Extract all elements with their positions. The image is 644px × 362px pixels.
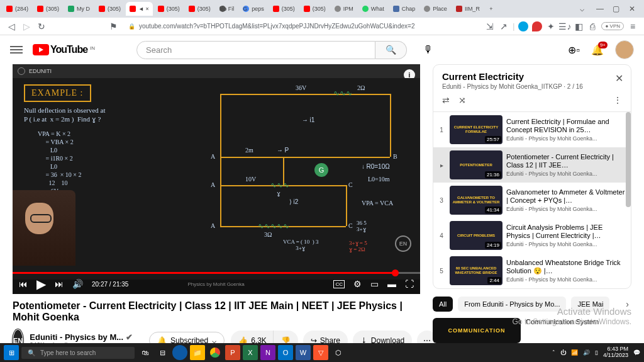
browser-tab[interactable]: (305)	[300, 2, 330, 16]
settings-button[interactable]: ⚙	[353, 279, 362, 289]
menu-button[interactable]: ≡	[628, 21, 638, 31]
browser-tab[interactable]: (284)	[3, 2, 32, 16]
explorer-icon[interactable]: 📁	[190, 345, 205, 360]
extensions-icon[interactable]: ✦	[546, 21, 556, 31]
battery-icon[interactable]: ▯	[595, 349, 598, 356]
theater-button[interactable]: ▬	[387, 279, 396, 289]
taskbar-app-icon[interactable]: 🛍	[137, 345, 152, 360]
close-playlist-button[interactable]: ✕	[615, 72, 623, 84]
next-button[interactable]: ⏭	[55, 279, 64, 289]
chip-all[interactable]: All	[433, 297, 453, 312]
onenote-icon[interactable]: N	[260, 345, 275, 360]
browser-tab[interactable]: IIM_R	[452, 2, 484, 16]
create-button[interactable]: ⊕▫	[568, 44, 580, 56]
taskbar-app-icon[interactable]: ⬡	[331, 345, 346, 360]
browser-tab-active[interactable]: ◄ ×	[126, 2, 153, 16]
browser-tab[interactable]: (305)	[154, 2, 184, 16]
account-avatar[interactable]	[615, 40, 634, 59]
notification-badge: 9+	[598, 42, 608, 48]
extension-icon[interactable]	[532, 21, 542, 31]
minimize-button[interactable]: —	[596, 5, 604, 13]
back-button[interactable]: ◁	[6, 21, 16, 31]
taskbar-app-icon[interactable]: ⊟	[155, 345, 170, 360]
fullscreen-button[interactable]: ⛶	[405, 279, 414, 289]
notifications-tray-icon[interactable]: 💬	[633, 349, 640, 356]
browser-tab[interactable]: (305)	[269, 2, 299, 16]
video-player[interactable]: EDUNITI i EXAMPLE : Null deflection is o…	[13, 64, 420, 294]
youtube-logo[interactable]: YouTube IN	[33, 44, 95, 55]
bookmark-icon[interactable]: ⚑	[108, 21, 118, 31]
word-icon[interactable]: W	[296, 345, 311, 360]
lock-icon: 🔒	[128, 23, 135, 30]
playlist-item[interactable]: ▸ POTENTIOMETER21:36 Potentiometer - Cur…	[433, 147, 631, 183]
browser-tab[interactable]: IPM	[331, 2, 357, 16]
browser-tab[interactable]: What	[358, 2, 388, 16]
taskbar-search[interactable]: 🔍Type here to search	[21, 347, 135, 359]
browser-tab[interactable]: (305)	[185, 2, 214, 16]
scrollbar[interactable]	[626, 112, 631, 207]
new-tab-button[interactable]: +	[485, 2, 497, 16]
loop-button[interactable]: ⇄	[442, 95, 450, 105]
outlook-icon[interactable]: O	[278, 345, 293, 360]
volume-icon[interactable]: 🔊	[583, 349, 590, 356]
reload-button[interactable]: ↻	[36, 21, 47, 31]
browser-tab[interactable]: (305)	[33, 2, 63, 16]
miniplayer-button[interactable]: ▭	[370, 279, 379, 289]
hamburger-menu[interactable]	[10, 46, 23, 54]
playlist-item[interactable]: 1 CURRENT ELECTRICITY FORMULAE25:57 Curr…	[433, 112, 631, 147]
search-button[interactable]: 🔍	[375, 41, 407, 59]
browser-tab[interactable]: filoFil	[216, 2, 238, 16]
clock[interactable]: 6:43 PM4/11/2023	[603, 346, 628, 359]
sidepanel-icon[interactable]: ◧	[574, 21, 584, 31]
captions-button[interactable]: CC	[333, 280, 345, 288]
powerpoint-icon[interactable]: P	[225, 345, 240, 360]
browser-tab[interactable]: Chap	[389, 2, 419, 16]
close-button[interactable]: ✕	[629, 5, 636, 13]
playlist-item-channel: Eduniti - Physics by Mohit Goenka...	[506, 135, 627, 142]
playlist-item[interactable]: 5 60 SEC UNBALANCED WHEATSTONE BRIDGE2:4…	[433, 253, 631, 288]
browser-tab[interactable]: Gpeps	[239, 2, 268, 16]
playlist-menu-button[interactable]: ⋮	[613, 95, 622, 105]
playlist-item[interactable]: 3 GALVANOMETER TO AMMETER & VOLTMETER41:…	[433, 183, 631, 218]
extension-icon[interactable]	[518, 21, 528, 31]
forward-button[interactable]: ▷	[21, 21, 31, 31]
voice-search-button[interactable]: 🎙	[423, 44, 433, 55]
youtube-header: YouTube IN Search 🔍 🎙 ⊕▫ 🔔9+	[0, 35, 644, 64]
browser-tab[interactable]: Place	[420, 2, 451, 16]
tray-chevron-icon[interactable]: ˄	[552, 349, 555, 356]
browser-tab[interactable]: My D	[64, 2, 94, 16]
volume-button[interactable]: 🔊	[72, 279, 83, 289]
maximize-button[interactable]: ▢	[613, 5, 620, 13]
camera-icon[interactable]: ⎙	[587, 21, 597, 31]
brave-icon[interactable]: ▽	[313, 345, 328, 360]
play-button[interactable]: ▶	[36, 276, 46, 291]
wifi-icon[interactable]: 📶	[571, 349, 578, 356]
playlist-item[interactable]: 4 CIRCUIT PROBLEMS24:19 Circuit Analysis…	[433, 218, 631, 253]
playlist-index: 4	[437, 232, 446, 239]
previous-button[interactable]: ⏮	[19, 279, 28, 289]
install-icon[interactable]: ⇲	[485, 21, 495, 31]
playlist-items[interactable]: 1 CURRENT ELECTRICITY FORMULAE25:57 Curr…	[433, 112, 631, 288]
chevron-down-icon[interactable]: ⌵	[580, 5, 587, 13]
notifications-button[interactable]: 🔔9+	[591, 44, 604, 56]
recommendation-item[interactable]: COMMUNICATION Communication System	[433, 318, 631, 343]
chip-topic[interactable]: JEE Mai	[571, 297, 609, 312]
share-icon[interactable]: ↗	[499, 21, 509, 31]
channel-name[interactable]: Eduniti - Physics by M... ✔	[30, 332, 133, 342]
url-field[interactable]: 🔒 youtube.com/watch?v=bTHPOTLdagM&list=P…	[123, 23, 480, 30]
playlist-icon[interactable]: ☰♪	[560, 21, 570, 31]
shuffle-button[interactable]: ⤨	[458, 95, 466, 105]
channel-watermark[interactable]: EN	[395, 235, 411, 252]
address-bar: ◁ ▷ ↻ ⚑ 🔒 youtube.com/watch?v=bTHPOTLdag…	[0, 18, 644, 35]
edge-icon[interactable]	[172, 345, 187, 360]
browser-tab[interactable]: (305)	[95, 2, 125, 16]
windows-taskbar: ⊞ 🔍Type here to search 🛍 ⊟ 📁 P X N O W ▽…	[0, 343, 644, 362]
excel-icon[interactable]: X	[243, 345, 258, 360]
chips-next-button[interactable]: ›	[623, 299, 631, 309]
vpn-badge[interactable]: ● VPN	[601, 22, 624, 30]
start-button[interactable]: ⊞	[4, 345, 19, 360]
chrome-icon[interactable]	[208, 345, 223, 360]
chip-channel[interactable]: From Eduniti - Physics by Mo...	[458, 297, 566, 312]
tray-icon[interactable]: ⏻	[560, 349, 566, 356]
search-input[interactable]: Search	[136, 41, 375, 59]
